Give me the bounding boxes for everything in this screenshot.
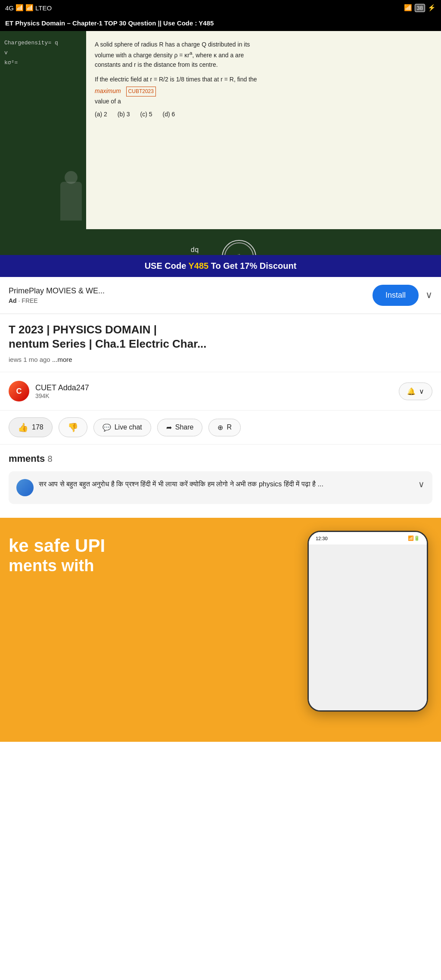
- promo-text-large: ke safe UPI: [9, 535, 105, 557]
- svg-text:→: →: [237, 252, 241, 255]
- problem-line-6: maximum CUBT2023: [95, 86, 432, 96]
- channel-left: C CUET Adda247 394K: [9, 381, 89, 401]
- ad-title: PrimePlay MOVIES & WE...: [9, 286, 105, 296]
- ad-price: FREE: [22, 297, 37, 304]
- comment-count: 8: [47, 454, 52, 464]
- problem-line-2: volume with a charge density ρ = κra, wh…: [95, 49, 432, 60]
- status-left: 4G 📶 📶 LTEO: [5, 4, 52, 12]
- signal-icon-1: 📶: [16, 4, 24, 12]
- status-bar: 4G 📶 📶 LTEO 📶 38 ⚡: [0, 0, 441, 16]
- charging-icon: ⚡: [428, 4, 436, 12]
- ad-right[interactable]: Install ∨: [373, 285, 432, 306]
- share-label: Share: [175, 423, 194, 431]
- title-line-2: nentum Series | Cha.1 Electric Char...: [9, 337, 432, 352]
- like-button[interactable]: 👍 178: [9, 417, 53, 437]
- problem-value-a: value of a: [95, 96, 432, 106]
- phone-icons: 📶🔋: [408, 535, 420, 541]
- comment-avatar: [16, 479, 34, 496]
- carrier-1: 4G: [5, 4, 14, 12]
- blackboard-writing: Chargedensity= q v kσ²=: [0, 31, 86, 229]
- discount-suffix: To Get 17% Discount: [208, 261, 296, 271]
- video-info: T 2023 | PHYSICS DOMAIN | nentum Series …: [0, 314, 441, 372]
- video-container[interactable]: Chargedensity= q v kσ²= A solid sphere o…: [0, 31, 441, 255]
- like-count: 178: [32, 423, 43, 431]
- video-meta: iews 1 mo ago ...more: [9, 356, 432, 363]
- ad-subtitle: Ad · FREE: [9, 297, 105, 304]
- share-button[interactable]: ➦ Share: [157, 419, 203, 436]
- problem-line-1: A solid sphere of radius R has a charge …: [95, 40, 432, 49]
- bell-chevron: ∨: [419, 387, 424, 395]
- thumb-up-icon: 👍: [18, 422, 28, 432]
- promo-text-small: ments with: [9, 557, 94, 575]
- problem-options: (a) 2 (b) 3 (c) 5 (d) 6: [95, 109, 432, 119]
- discount-bar: USE Code Y485 To Get 17% Discount: [0, 255, 441, 277]
- chalk-line-1: Chargedensity= q: [4, 40, 82, 46]
- battery-level: 38: [415, 4, 425, 12]
- option-b: (b) 3: [118, 109, 130, 119]
- video-title-bar: ET Physics Domain – Chapter-1 TOP 30 Que…: [0, 16, 441, 31]
- remix-button[interactable]: ⊕ R: [208, 419, 241, 436]
- option-c: (c) 5: [140, 109, 152, 119]
- signal-icon-2: 📶: [25, 4, 34, 12]
- video-content: Chargedensity= q v kσ²= A solid sphere o…: [0, 31, 441, 229]
- channel-name[interactable]: CUET Adda247: [35, 383, 89, 392]
- live-chat-label: Live chat: [115, 423, 142, 431]
- comment-card: सर आप से बहुत बहुत अनुरोध है कि प्रश्न ह…: [9, 471, 432, 504]
- subscriber-count: 394K: [35, 392, 89, 399]
- blackboard-bottom: dq 4πx²dx (ρuδ.) →: [0, 229, 441, 255]
- chalk-line-2: v: [4, 50, 82, 56]
- discount-prefix: USE Code: [145, 261, 189, 271]
- ad-banner: PrimePlay MOVIES & WE... Ad · FREE Insta…: [0, 277, 441, 314]
- thumb-down-icon: 👎: [68, 422, 78, 432]
- phone-mockup: 12:30 📶🔋: [307, 531, 428, 712]
- phone-screen-content: [309, 544, 427, 710]
- option-a: (a) 2: [95, 109, 107, 119]
- remix-label: R: [227, 423, 232, 431]
- dislike-button[interactable]: 👎: [59, 417, 87, 437]
- title-line-1: T 2023 | PHYSICS DOMAIN |: [9, 323, 432, 337]
- carrier-label: LTEO: [35, 4, 52, 12]
- bell-icon: 🔔: [407, 387, 416, 395]
- chalk-line-3: kσ²=: [4, 59, 82, 66]
- discount-code: Y485: [189, 261, 209, 271]
- phone-status-bar: 12:30 📶🔋: [309, 532, 427, 544]
- ad-left: PrimePlay MOVIES & WE... Ad · FREE: [9, 286, 105, 304]
- chevron-down-icon[interactable]: ∨: [425, 289, 432, 301]
- circle-diagram: →: [222, 240, 256, 255]
- problem-line-5: If the electric field at r = R/2 is 1/8 …: [95, 75, 432, 84]
- more-link[interactable]: ...more: [52, 356, 72, 363]
- live-chat-icon: 💬: [102, 423, 111, 432]
- option-d: (d) 6: [163, 109, 175, 119]
- channel-row: C CUET Adda247 394K 🔔 ∨: [0, 372, 441, 411]
- comment-text: सर आप से बहुत बहुत अनुरोध है कि प्रश्न ह…: [39, 479, 413, 489]
- comments-section: mments 8 सर आप से बहुत बहुत अनुरोध है कि…: [0, 445, 441, 518]
- remix-icon: ⊕: [217, 423, 223, 432]
- status-right: 📶 38 ⚡: [404, 4, 436, 12]
- comments-header: mments 8: [9, 453, 432, 464]
- subscribe-bell-button[interactable]: 🔔 ∨: [399, 383, 432, 400]
- video-main-title: T 2023 | PHYSICS DOMAIN | nentum Series …: [9, 323, 432, 352]
- channel-info: CUET Adda247 394K: [35, 383, 89, 399]
- formula-box: dq 4πx²dx (ρuδ.): [185, 246, 205, 255]
- install-button[interactable]: Install: [373, 285, 419, 306]
- signal-icon-right: 📶: [404, 4, 412, 12]
- problem-line-4: constants and r is the distance from its…: [95, 60, 432, 69]
- video-channel-prefix: ET Physics Domain – Chapter-1 TOP 30 Que…: [5, 19, 214, 28]
- action-row: 👍 178 👎 💬 Live chat ➦ Share ⊕ R: [0, 411, 441, 445]
- views-ago: iews 1 mo ago: [9, 356, 50, 363]
- comments-label: mments: [9, 453, 45, 464]
- problem-text: A solid sphere of radius R has a charge …: [86, 31, 441, 229]
- ad-label: Ad: [9, 297, 17, 304]
- share-icon: ➦: [166, 423, 172, 432]
- promo-banner: ke safe UPI ments with 12:30 📶🔋: [0, 518, 441, 742]
- channel-avatar[interactable]: C: [9, 381, 29, 401]
- comment-expand-icon[interactable]: ∨: [418, 479, 425, 489]
- live-chat-button[interactable]: 💬 Live chat: [93, 419, 151, 436]
- phone-time: 12:30: [316, 536, 328, 541]
